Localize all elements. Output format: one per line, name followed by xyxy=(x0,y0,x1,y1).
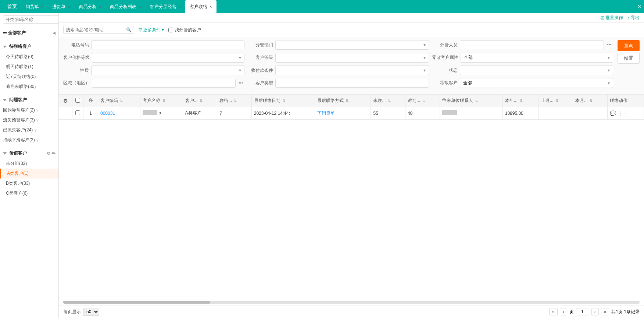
col-this-year-header[interactable]: 本年... ⇅ xyxy=(502,95,539,107)
sidebar-item-a-class[interactable]: A类客户(1) xyxy=(0,169,58,179)
row-code-cell[interactable]: 000031 xyxy=(98,107,140,120)
filter-retail-select[interactable]: 全部 ▾ xyxy=(460,78,613,88)
filter-customer-type-input[interactable] xyxy=(275,79,429,88)
filter-region: 区域（地区） ••• xyxy=(63,79,244,88)
sidebar-item-7days[interactable]: 近7天待联络(0) xyxy=(0,72,58,82)
my-customers-check-input[interactable] xyxy=(168,28,173,32)
sidebar-item-overdue[interactable]: 逾期未联络(30) xyxy=(0,82,58,92)
col-overdue-header[interactable]: 逾期... ⇅ xyxy=(405,95,440,107)
row-contact-person-cell xyxy=(440,107,502,120)
col-name-header[interactable]: 客户名称 ⇅ xyxy=(140,95,183,107)
filter-phone-label: 电话号码 xyxy=(63,42,89,48)
close-goods-tab[interactable]: × xyxy=(99,4,101,9)
filter-search-icon[interactable]: 🔍 xyxy=(126,27,132,32)
close-customer-contact-tab[interactable]: × xyxy=(210,4,212,9)
col-last-contact-method-header[interactable]: 最后联络方式 ⇅ xyxy=(315,95,371,107)
chevron-retail2-icon: ▾ xyxy=(608,81,610,86)
close-sales-tab[interactable]: × xyxy=(41,4,43,9)
filter-dept-select[interactable]: ▾ xyxy=(275,40,429,50)
nav-customer-contact[interactable]: 客户联络 × xyxy=(185,0,216,13)
close-purchase-tab[interactable]: × xyxy=(68,4,70,9)
nav-customer-ops[interactable]: 客户分层经营 × xyxy=(146,0,185,13)
batch-ops-button[interactable]: ☑ 批量操作 xyxy=(600,15,623,21)
sidebar-item-b-class[interactable]: B类客户(33) xyxy=(0,179,58,188)
nav-goods-analysis[interactable]: 商品分析 × xyxy=(75,0,105,13)
close-goods-list-tab[interactable]: × xyxy=(139,4,141,9)
col-contact-person-header[interactable]: 往来单位联系人 ⇅ xyxy=(440,95,502,107)
col-last-month-header[interactable]: 上月... ⇅ xyxy=(539,95,573,107)
close-all-tabs[interactable]: × xyxy=(638,3,641,10)
filter-phone-input[interactable] xyxy=(91,40,244,49)
filter-payment-select[interactable]: ▾ xyxy=(275,66,429,75)
message-icon[interactable]: 💬 xyxy=(610,110,616,116)
col-contact-count-header[interactable]: 联络... ⇅ xyxy=(217,95,252,107)
row-action-cell: 💬 ⋮⋮ xyxy=(607,107,644,120)
col-uncontacted-header[interactable]: 未联... ⇅ xyxy=(371,95,405,107)
sidebar-value-title[interactable]: 价值客户 ↻ ✏ xyxy=(0,148,58,159)
scroll-thumb[interactable] xyxy=(63,301,210,304)
my-customers-checkbox[interactable]: 我分管的客户 xyxy=(168,27,201,33)
col-customer-type-header[interactable]: 客户... ⇅ xyxy=(183,95,217,107)
sidebar-all-customers[interactable]: ⚏ 全部客户 ◀ xyxy=(0,28,58,38)
chevron-retail-icon: ▾ xyxy=(608,55,610,60)
select-all-checkbox[interactable] xyxy=(75,98,80,103)
first-page-button[interactable]: « xyxy=(549,308,558,315)
manager-dots-button[interactable]: ••• xyxy=(605,42,613,47)
filter-nature-select[interactable]: ▾ xyxy=(91,66,244,75)
sidebar-item-tomorrow[interactable]: 明天待联络(1) xyxy=(0,62,58,72)
region-dots-button[interactable]: ••• xyxy=(237,81,245,86)
more-conditions-button[interactable]: ▽ 更多条件 ▾ xyxy=(139,27,164,33)
page-number-input[interactable] xyxy=(576,308,589,315)
query-button[interactable]: 查询 xyxy=(618,40,640,51)
filter-region-input[interactable] xyxy=(92,79,236,88)
row-name-cell[interactable]: ? xyxy=(140,107,183,120)
nav-purchase[interactable]: 进货单 × xyxy=(48,0,74,13)
filter-manager-input[interactable] xyxy=(460,40,604,49)
row-checkbox-cell[interactable] xyxy=(72,107,83,120)
close-customer-ops-tab[interactable]: × xyxy=(179,4,181,9)
sidebar-pending-title[interactable]: 待联络客户 xyxy=(0,41,58,52)
row-checkbox[interactable] xyxy=(75,110,80,115)
sidebar-collapse-icon[interactable]: ◀ xyxy=(53,31,56,35)
nav-home[interactable]: 首页 xyxy=(3,0,21,13)
row-last-method-cell[interactable]: 下销货单 xyxy=(315,107,371,120)
filter-customer-level-select[interactable]: ▾ xyxy=(275,53,429,63)
filter-status-select[interactable]: ▾ xyxy=(460,66,613,75)
sidebar-search-input[interactable] xyxy=(3,15,59,24)
settings-button[interactable]: 设置 xyxy=(618,53,640,64)
col-num-header: 序 xyxy=(83,95,98,107)
table-area: ⚙ 序 客户编码 ⇅ 客户名称 ⇅ xyxy=(59,94,644,299)
filter-price-level-select[interactable]: ▾ xyxy=(92,53,244,63)
sidebar-item-lost[interactable]: 已流失客户(24) ? xyxy=(0,125,58,135)
sidebar-item-declining[interactable]: 持续下滑客户(2) ? xyxy=(0,135,58,145)
last-page-button[interactable]: » xyxy=(601,308,609,315)
col-checkbox-header[interactable] xyxy=(72,95,83,107)
sidebar-item-lost-warning[interactable]: 流失预警客户(3) ? xyxy=(0,115,58,125)
prev-page-button[interactable]: ‹ xyxy=(560,308,567,315)
col-code-header[interactable]: 客户编码 ⇅ xyxy=(98,95,140,107)
col-settings-header[interactable]: ⚙ xyxy=(59,95,72,107)
sidebar-item-ungrouped[interactable]: 未分组(32) xyxy=(0,159,58,169)
sidebar-item-today[interactable]: 今天待联络(0) xyxy=(0,52,58,62)
filter-search-input[interactable] xyxy=(66,27,125,32)
horizontal-scrollbar[interactable] xyxy=(63,301,640,304)
last-method-link[interactable]: 下销货单 xyxy=(317,110,335,116)
sidebar-item-c-class[interactable]: C类客户(6) xyxy=(0,188,58,198)
edit-icon[interactable]: ✏ xyxy=(52,151,56,156)
sidebar-item-repurchase[interactable]: 回购异常客户(2) ? xyxy=(0,105,58,115)
next-page-button[interactable]: › xyxy=(591,308,599,315)
sort-name-icon: ⇅ xyxy=(162,99,165,103)
col-this-month-header[interactable]: 本月... ⇅ xyxy=(573,95,608,107)
sidebar-problem-title[interactable]: 问题客户 xyxy=(0,95,58,105)
nav-goods-list[interactable]: 商品分析列表 × xyxy=(105,0,145,13)
nav-sales[interactable]: 销货单 × xyxy=(21,0,48,13)
per-page-select[interactable]: 50 xyxy=(83,308,99,316)
more-action-icon[interactable]: ⋮⋮ xyxy=(618,110,629,116)
gear-icon[interactable]: ⚙ xyxy=(63,98,68,104)
name-blurred xyxy=(143,110,157,115)
export-button[interactable]: ↑ 导出 xyxy=(627,15,640,21)
filter-dept: 分管部门 ▾ xyxy=(247,40,429,50)
col-last-contact-date-header[interactable]: 最后联络日期 ⇅ xyxy=(251,95,315,107)
filter-retail-attr-select[interactable]: 全部 ▾ xyxy=(461,53,613,63)
refresh-icon[interactable]: ↻ xyxy=(47,151,50,156)
